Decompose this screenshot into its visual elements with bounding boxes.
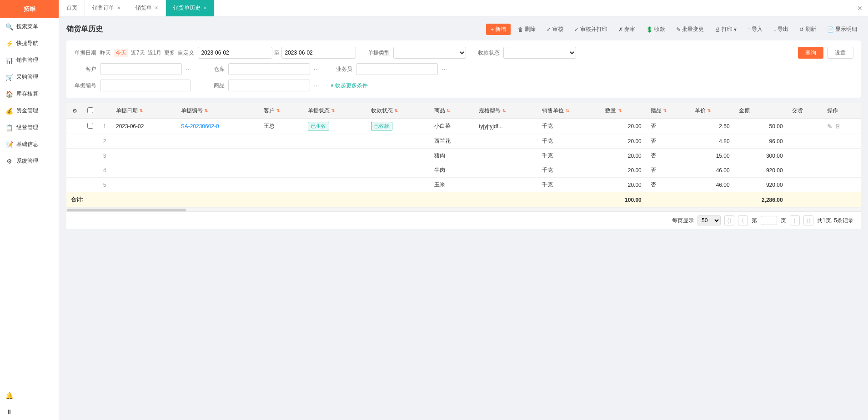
col-settings[interactable]: ⚙ <box>66 103 83 119</box>
row-customer <box>259 134 303 149</box>
abandon-button[interactable]: ✗ 弃审 <box>615 24 639 35</box>
sidebar-item-label: 资金管理 <box>16 107 38 115</box>
copy-icon[interactable]: ⎘ <box>836 123 840 130</box>
sidebar-item-inventory-calc[interactable]: 🏠 库存核算 <box>0 85 59 102</box>
query-button[interactable]: 查询 <box>798 47 823 59</box>
shortcut-1month[interactable]: 近1月 <box>148 49 162 57</box>
sidebar-item-quick-nav[interactable]: ⚡ 快捷导航 <box>0 35 59 52</box>
business-input[interactable] <box>356 63 438 75</box>
row-doc-status <box>303 134 366 149</box>
sidebar-item-sales-mgmt[interactable]: 📊 销售管理 <box>0 52 59 69</box>
col-price[interactable]: 单价 ⇅ <box>690 103 734 119</box>
col-pay-status[interactable]: 收款状态 ⇅ <box>366 103 430 119</box>
col-customer[interactable]: 客户 ⇅ <box>259 103 303 119</box>
customer-label: 客户 <box>74 65 96 73</box>
row-gift: 否 <box>646 149 690 163</box>
doc-number-input[interactable] <box>100 80 191 91</box>
delete-button[interactable]: 🗑 删除 <box>514 24 539 35</box>
first-page-btn[interactable]: ⟨⟨ <box>724 215 734 225</box>
next-page-btn[interactable]: ⟩ <box>790 215 800 225</box>
refresh-button[interactable]: ↺ 刷新 <box>796 24 820 35</box>
audit-print-button[interactable]: ✓ 审核并打印 <box>571 24 611 35</box>
row-doc-no <box>176 134 259 149</box>
customer-input[interactable] <box>100 63 182 75</box>
print-button[interactable]: 🖨 打印 ▾ <box>711 24 740 35</box>
filter-card: 单据日期 昨天 今天 近7天 近1月 更多 自定义 至 <box>66 40 861 98</box>
new-button[interactable]: + 新增 <box>486 24 511 35</box>
col-doc-no[interactable]: 单据编号 ⇅ <box>176 103 259 119</box>
footer-total-action <box>823 192 861 208</box>
col-spec[interactable]: 规格型号 ⇅ <box>474 103 537 119</box>
collect-button[interactable]: 💲 收款 <box>642 24 669 35</box>
tab-sales-goods-close[interactable]: ✕ <box>155 5 158 10</box>
sidebar-bottom-pause[interactable]: ⏸ <box>0 404 59 420</box>
export-button[interactable]: ↓ 导出 <box>770 24 792 35</box>
shortcut-7days[interactable]: 近7天 <box>131 49 145 57</box>
import-button[interactable]: ↑ 导入 <box>744 24 766 35</box>
sidebar-item-label: 搜索菜单 <box>16 23 38 30</box>
col-doc-status[interactable]: 单据状态 ⇅ <box>303 103 366 119</box>
row-doc-status <box>303 163 366 178</box>
show-detail-button[interactable]: 📄 显示明细 <box>823 24 861 35</box>
horizontal-scrollbar[interactable] <box>66 208 861 211</box>
row-date <box>111 134 176 149</box>
sidebar-item-purchase-mgmt[interactable]: 🛒 采购管理 <box>0 69 59 85</box>
sidebar-item-search-menu[interactable]: 🔍 搜索菜单 <box>0 18 59 35</box>
customer-dots-btn[interactable]: ··· <box>186 65 191 73</box>
col-unit[interactable]: 销售单位 ⇅ <box>537 103 601 119</box>
business-dots-btn[interactable]: ··· <box>442 65 447 73</box>
scrollbar-thumb[interactable] <box>67 209 186 211</box>
last-page-btn[interactable]: ⟩⟩ <box>803 215 813 225</box>
delete-icon: 🗑 <box>518 26 523 33</box>
collect-icon: 💲 <box>646 26 653 33</box>
audit-button[interactable]: ✓ 审核 <box>543 24 567 35</box>
collapse-more-btn[interactable]: ∧ 收起更多条件 <box>330 82 368 90</box>
batch-change-button[interactable]: ✎ 批量变更 <box>672 24 707 35</box>
row-checkbox[interactable] <box>87 123 93 129</box>
doc-no-link[interactable]: SA-20230602-0 <box>181 123 219 130</box>
warehouse-input[interactable] <box>228 63 310 75</box>
current-page-input[interactable]: 1 <box>761 216 777 225</box>
col-date[interactable]: 单据日期 ⇅ <box>111 103 176 119</box>
prev-page-btn[interactable]: ⟨ <box>738 215 748 225</box>
col-qty[interactable]: 数量 ⇅ <box>601 103 646 119</box>
sidebar-item-system-mgmt[interactable]: ⚙ 系统管理 <box>0 153 59 170</box>
edit-icon[interactable]: ✎ <box>827 123 833 130</box>
row-trade <box>788 134 823 149</box>
date-from-input[interactable] <box>198 47 272 59</box>
col-doc-status-label: 单据状态 <box>308 107 330 114</box>
row-action <box>823 134 861 149</box>
sidebar-item-operation-mgmt[interactable]: 📋 经营管理 <box>0 119 59 136</box>
row-gift: 否 <box>646 163 690 178</box>
tab-bar-close-all[interactable]: ✕ <box>857 5 868 12</box>
tab-sales-goods[interactable]: 销货单 ✕ <box>128 0 166 16</box>
sidebar-bottom-notification[interactable]: 🔔 <box>0 387 59 404</box>
warehouse-dots-btn[interactable]: ··· <box>314 65 319 73</box>
per-page-select[interactable]: 50 100 <box>697 215 721 225</box>
tab-sales-order[interactable]: 销售订单 ✕ <box>85 0 128 16</box>
sidebar-item-fund-mgmt[interactable]: 💰 资金管理 <box>0 102 59 119</box>
pay-status-select[interactable] <box>503 47 576 59</box>
date-to-input[interactable] <box>281 47 356 59</box>
row-customer: 王总 <box>259 119 303 134</box>
setting-button[interactable]: 设置 <box>827 47 853 59</box>
shortcut-custom[interactable]: 自定义 <box>178 49 194 57</box>
goods-input[interactable] <box>228 80 310 91</box>
shortcut-yesterday[interactable]: 昨天 <box>100 49 111 57</box>
pay-status-label: 收款状态 <box>477 49 500 57</box>
shortcut-more[interactable]: 更多 <box>164 49 175 57</box>
tab-home[interactable]: 首页 <box>59 0 85 16</box>
tab-sales-history-close[interactable]: ✕ <box>203 5 207 10</box>
tab-sales-order-close[interactable]: ✕ <box>117 5 120 10</box>
shortcut-today[interactable]: 今天 <box>114 49 128 57</box>
table-container: ⚙ 单据日期 ⇅ 单据编号 ⇅ <box>66 103 861 208</box>
col-gift[interactable]: 赠品 ⇅ <box>646 103 690 119</box>
tab-sales-history[interactable]: 销货单历史 ✕ <box>166 0 215 16</box>
col-goods[interactable]: 商品 ⇅ <box>430 103 474 119</box>
select-all-checkbox[interactable] <box>87 107 93 113</box>
goods-dots-btn[interactable]: ··· <box>314 82 319 89</box>
tab-sales-order-label: 销售订单 <box>92 4 114 12</box>
sidebar-item-basic-info[interactable]: 📝 基础信息 <box>0 136 59 153</box>
sidebar-item-label: 系统管理 <box>16 157 38 165</box>
doc-type-select[interactable] <box>393 47 466 59</box>
